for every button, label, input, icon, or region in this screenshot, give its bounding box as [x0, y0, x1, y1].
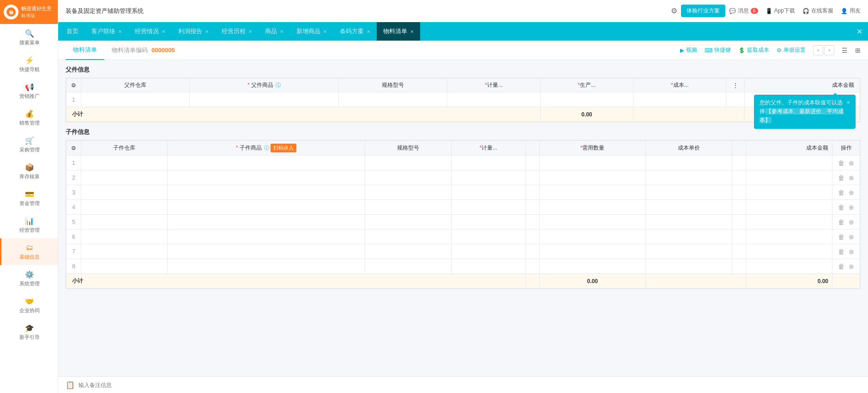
message-icon: 💬 — [729, 8, 736, 14]
th-parent-settings[interactable]: ⚙ — [66, 79, 81, 92]
delete-icon-2[interactable]: 🗑 — [838, 174, 844, 181]
th-child-settings[interactable]: ⚙ — [66, 141, 81, 156]
child-row-1-unitcost[interactable] — [645, 156, 732, 170]
copy-icon-6[interactable]: ⊕ — [849, 233, 854, 241]
tab-history[interactable]: 经营历程 ✕ — [215, 22, 259, 41]
sidebar-item-system[interactable]: ⚙️ 系统管理 — [0, 265, 58, 292]
action-video[interactable]: ▶ 视频 — [680, 46, 697, 54]
child-row-3: 3 🗑 ⊕ — [66, 185, 860, 200]
cost-icon: 💲 — [738, 47, 745, 54]
nav-next[interactable]: › — [824, 45, 834, 55]
tab-goods[interactable]: 商品 ✕ — [259, 22, 290, 41]
child-row-1-unit[interactable] — [452, 156, 525, 170]
action-cost[interactable]: 💲 提取成本 — [738, 46, 769, 54]
delete-icon-3[interactable]: 🗑 — [838, 189, 844, 196]
tab-business[interactable]: 经营情况 ✕ — [128, 22, 172, 41]
tab-profit-close[interactable]: ✕ — [205, 29, 209, 34]
th-child-cost-amount: 成本金额 — [746, 141, 832, 156]
sidebar-item-sales[interactable]: 💰 销售管理 — [0, 104, 58, 131]
list-icon[interactable]: ⊞ — [855, 47, 861, 54]
operation-icon: 📊 — [25, 216, 34, 225]
delete-icon-7[interactable]: 🗑 — [838, 248, 844, 255]
delete-icon-6[interactable]: 🗑 — [838, 233, 844, 241]
tab-profit[interactable]: 利润报告 ✕ — [172, 22, 215, 41]
delete-icon-4[interactable]: 🗑 — [838, 204, 844, 211]
trial-button[interactable]: 体验行业方案 — [681, 5, 725, 17]
tab-history-close[interactable]: ✕ — [248, 29, 252, 34]
video-icon: ▶ — [680, 47, 684, 54]
tab-close-all[interactable]: ✕ — [856, 27, 862, 36]
child-row-1-warehouse[interactable] — [81, 156, 168, 170]
child-row-1-extra — [525, 156, 539, 170]
sidebar-item-basic[interactable]: 🗂 基础信息 — [0, 238, 58, 265]
child-row-7: 7 🗑 ⊕ — [66, 244, 860, 259]
child-product-info-icon[interactable]: ⓘ — [264, 145, 269, 151]
th-child-warehouse: 子件仓库 — [81, 141, 168, 156]
tab-new-goods[interactable]: 新增商品 ✕ — [290, 22, 333, 41]
sidebar-item-quicknav[interactable]: ⚡ 快捷导航 — [0, 51, 58, 78]
delete-icon-1[interactable]: 🗑 — [838, 159, 844, 167]
tab-goods-close[interactable]: ✕ — [280, 29, 283, 34]
parent-row-1-cost[interactable] — [633, 92, 726, 107]
sidebar-item-guide[interactable]: 🎓 新手引导 — [0, 319, 58, 345]
child-row-1-num: 1 — [66, 156, 81, 170]
child-table-wrapper: ⚙ 子件仓库 * 子件商品 ⓘ 扫码录入 规格型号 *计量... *需用数量 成… — [66, 140, 861, 289]
copy-icon-8[interactable]: ⊕ — [849, 263, 854, 270]
parent-row-1-warehouse[interactable] — [81, 92, 190, 107]
tab-business-close[interactable]: ✕ — [162, 29, 165, 34]
parent-row-1-product[interactable] — [190, 92, 339, 107]
sidebar-item-marketing[interactable]: 📢 营销推广 — [0, 78, 58, 104]
th-child-quantity: *需用数量 — [539, 141, 645, 156]
message-action[interactable]: 💬 消息 6 — [729, 7, 758, 15]
child-subtotal-cost: 0.00 — [746, 274, 832, 289]
user-action[interactable]: 👤 用友 — [841, 7, 861, 15]
settings-icon[interactable]: ⚙ — [671, 6, 677, 15]
copy-icon-3[interactable]: ⊕ — [849, 189, 854, 196]
tab-bom[interactable]: 物料清单 ✕ — [377, 22, 420, 41]
copy-icon-5[interactable]: ⊕ — [849, 218, 854, 226]
copy-icon-1[interactable]: ⊕ — [849, 159, 854, 167]
sidebar-item-finance[interactable]: 💳 资金管理 — [0, 185, 58, 212]
tab-home[interactable]: 首页 — [60, 22, 85, 41]
tooltip-close-icon[interactable]: × — [847, 98, 850, 107]
note-input[interactable] — [78, 382, 861, 388]
child-row-1-spec[interactable] — [365, 156, 452, 170]
setting-icon: ⚙ — [777, 47, 782, 54]
tab-customer[interactable]: 客户联络 ✕ — [85, 22, 128, 41]
sidebar-item-purchase[interactable]: 🛒 采购管理 — [0, 131, 58, 158]
delete-icon-8[interactable]: 🗑 — [838, 263, 844, 270]
scan-button[interactable]: 扫码录入 — [271, 144, 296, 152]
th-child-spec: 规格型号 — [365, 141, 452, 156]
online-service-action[interactable]: 🎧 在线客服 — [802, 7, 833, 15]
app-download-action[interactable]: 📱 App下载 — [766, 7, 795, 15]
action-shortcut[interactable]: ⌨ 快捷键 — [705, 46, 731, 54]
tab-bom-close[interactable]: ✕ — [410, 29, 414, 34]
child-row-8: 8 🗑 ⊕ — [66, 259, 860, 274]
th-child-action: 操作 — [832, 141, 860, 156]
child-row-1-quantity[interactable] — [539, 156, 645, 170]
parent-row-1-production[interactable] — [540, 92, 633, 107]
tab-customer-close[interactable]: ✕ — [118, 29, 122, 34]
grid-icon[interactable]: ☰ — [842, 47, 848, 54]
delete-icon-5[interactable]: 🗑 — [838, 218, 844, 226]
parent-row-1-unit[interactable] — [447, 92, 540, 107]
copy-icon-2[interactable]: ⊕ — [849, 174, 854, 181]
child-row-1-product[interactable] — [168, 156, 365, 170]
nav-prev[interactable]: ‹ — [813, 45, 823, 55]
sidebar-item-operation[interactable]: 📊 经营管理 — [0, 212, 58, 238]
copy-icon-7[interactable]: ⊕ — [849, 248, 854, 255]
tab-barcode-close[interactable]: ✕ — [367, 29, 370, 34]
action-setting[interactable]: ⚙ 单据设置 — [777, 46, 806, 54]
download-icon: 📱 — [766, 8, 772, 14]
copy-icon-4[interactable]: ⊕ — [849, 204, 854, 211]
parent-product-info-icon[interactable]: ⓘ — [276, 82, 281, 88]
parent-row-1-spec[interactable] — [339, 92, 447, 107]
subheader-tab-bom[interactable]: 物料清单 — [66, 41, 104, 60]
tab-new-goods-close[interactable]: ✕ — [323, 29, 327, 34]
tab-barcode[interactable]: 条码方案 ✕ — [333, 22, 377, 41]
parent-row-1: 1 — [66, 92, 860, 107]
sidebar-item-inventory[interactable]: 📦 库存核算 — [0, 158, 58, 185]
sidebar-item-enterprise[interactable]: 🤝 企业协同 — [0, 292, 58, 319]
content-area: 父件信息 ⚙ 父件仓库 * 父件商品 ⓘ 规格型号 *计量... *生产... — [58, 60, 868, 376]
sidebar-item-search[interactable]: 🔍 搜索菜单 — [0, 24, 58, 51]
